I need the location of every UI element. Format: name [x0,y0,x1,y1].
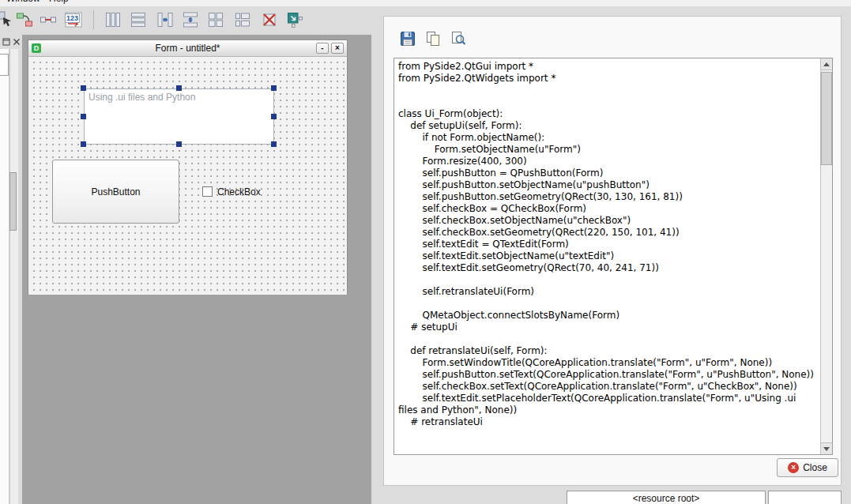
edit-widgets-tool-button[interactable] [0,9,16,30]
code-preview-dialog: from PySide2.QtGui import * from PySide2… [383,16,842,486]
selection-handle[interactable] [176,85,182,91]
arrow-up-icon [823,62,830,66]
checkbox-widget[interactable]: CheckBox [202,175,282,208]
mdi-area: D Form - untitled* - × Using .ui files a… [22,35,371,504]
arrow-down-icon [823,447,830,451]
adjust-size-tool-button[interactable] [284,9,305,30]
widget-filter-box-edge[interactable] [0,54,9,76]
save-icon [399,30,416,47]
lay-out-splitter-horizontal-tool-button[interactable] [155,9,175,30]
break-layout-icon [261,11,278,28]
dock-close-button[interactable] [12,37,21,47]
toolbar-separator [93,10,94,29]
lay-out-horizontally-tool-button[interactable] [128,9,149,30]
layout-vertical-icon [104,11,122,28]
checkbox-label: CheckBox [217,186,261,197]
selection-handle[interactable] [81,141,86,147]
form-canvas[interactable]: Using .ui files and Python PushButton Ch… [28,57,347,295]
lay-out-in-grid-tool-button[interactable] [205,9,226,30]
selection-handle[interactable] [176,141,182,147]
close-red-icon: × [788,462,799,473]
form-titlebar[interactable]: D Form - untitled* - × [28,40,347,57]
resource-root-panel[interactable]: <resource root> [567,491,766,504]
layout-form-icon [234,11,251,28]
edit-buddies-icon [40,11,57,28]
layout-splitter-vertical-icon [182,11,199,28]
edit-signals-slots-tool-button[interactable] [14,9,35,30]
menubar: Window Help [0,0,851,6]
resource-panel-fragment[interactable] [768,491,842,504]
copy-code-button[interactable] [424,29,442,48]
code-text: from PySide2.QtGui import * from PySide2… [394,58,819,431]
dock-close-icon [13,38,21,46]
widget-box-panel-edge [0,49,9,504]
code-view[interactable]: from PySide2.QtGui import * from PySide2… [393,58,833,455]
form-close-button[interactable]: × [331,43,344,54]
adjust-size-icon [286,11,303,28]
lay-out-in-form-layout-tool-button[interactable] [232,9,253,30]
lay-out-vertically-tool-button[interactable] [103,9,123,30]
pushbutton-widget[interactable]: PushButton [52,160,179,224]
widget-box-scrollbar[interactable] [9,49,18,504]
selection-handle[interactable] [271,141,277,147]
dock-float-button[interactable] [2,37,11,47]
scroll-down-button[interactable] [821,442,832,454]
menu-window[interactable]: Window [6,0,40,4]
designer-main-window: Window Help [0,0,851,504]
selection-handle[interactable] [271,114,277,119]
layout-grid-icon [207,11,224,28]
textedit-widget[interactable]: Using .ui files and Python [84,88,274,145]
form-window: D Form - untitled* - × Using .ui files a… [28,39,348,295]
close-button[interactable]: × Close [777,458,838,477]
break-layout-tool-button[interactable] [259,9,280,30]
layout-splitter-horizontal-icon [156,11,174,28]
edit-signals-slots-icon [16,11,33,28]
close-button-label: Close [803,462,827,473]
code-scrollbar[interactable] [820,58,832,454]
edit-tab-order-tool-button[interactable]: 123 [63,9,84,30]
textedit-placeholder: Using .ui files and Python [85,89,273,105]
resource-root-label: <resource root> [633,493,700,504]
find-icon [450,30,467,47]
selection-handle[interactable] [81,114,86,119]
tab-order-number-label: 123 [65,13,80,23]
dock-float-icon [2,38,10,46]
copy-icon [424,30,442,47]
checkbox-indicator[interactable] [202,186,213,197]
selection-handle[interactable] [81,85,86,91]
menu-help[interactable]: Help [49,0,69,4]
widget-box-scrollbar-thumb[interactable] [9,172,17,231]
form-minimize-button[interactable]: - [316,43,329,54]
edit-buddies-tool-button[interactable] [38,9,58,30]
scroll-up-button[interactable] [821,58,832,70]
lay-out-splitter-vertical-tool-button[interactable] [180,9,201,30]
form-window-title: Form - untitled* [28,43,347,54]
selection-handle[interactable] [271,85,277,91]
layout-horizontal-icon [130,11,147,28]
find-in-code-button[interactable] [449,29,468,48]
edit-widgets-icon [0,11,14,28]
form-window-icon: D [32,43,41,53]
save-code-button[interactable] [398,29,417,48]
scroll-thumb[interactable] [821,72,832,165]
